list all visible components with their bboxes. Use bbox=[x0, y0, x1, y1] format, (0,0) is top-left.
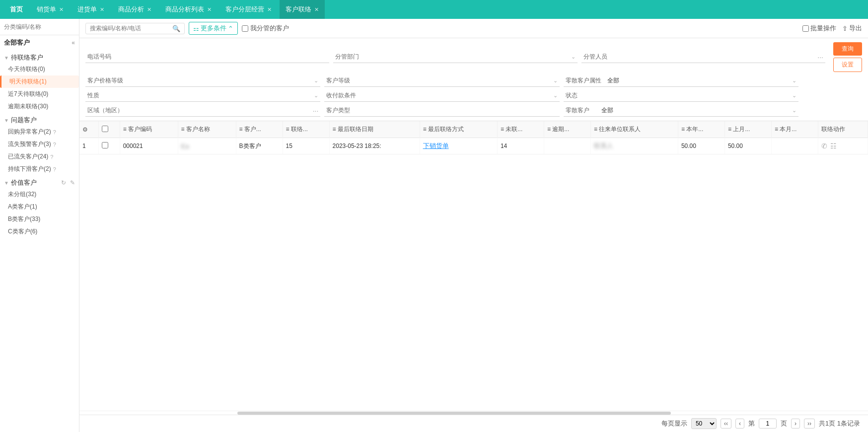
settings-button[interactable]: 设置 bbox=[833, 58, 862, 72]
close-goods-analysis-icon[interactable]: ✕ bbox=[147, 6, 151, 13]
value-edit-icon[interactable]: ✎ bbox=[70, 179, 75, 186]
filter-action-buttons: 查询 设置 bbox=[833, 42, 862, 72]
chevron-down-icon-6: ⌄ bbox=[553, 92, 558, 99]
filter-person[interactable]: 分管人员 ··· bbox=[581, 51, 825, 63]
filter-dept[interactable]: 分管部门 ⌄ bbox=[333, 51, 577, 63]
sidebar-item-abnormal[interactable]: 回购异常客户(2) ? bbox=[0, 126, 79, 138]
td-this-month bbox=[771, 138, 818, 154]
help-icon-3: ? bbox=[50, 154, 53, 160]
filter-status[interactable]: 状态 ⌄ bbox=[564, 90, 798, 102]
chevron-down-icon-3: ⌄ bbox=[553, 77, 558, 84]
sidebar-item-unclassified[interactable]: 未分组(32) bbox=[0, 188, 79, 201]
close-sales-icon[interactable]: ✕ bbox=[59, 6, 64, 13]
nav-goods-analysis[interactable]: 商品分析 ✕ bbox=[112, 0, 157, 19]
sidebar-item-lost[interactable]: 已流失客户(24) ? bbox=[0, 150, 79, 163]
sidebar-item-7days[interactable]: 近7天待联络(0) bbox=[0, 88, 79, 100]
grid-icon[interactable]: ☷ bbox=[830, 142, 837, 150]
filter-payment[interactable]: 收付款条件 ⌄ bbox=[324, 90, 559, 102]
th-last-month: ≡ 上月... bbox=[724, 121, 771, 138]
filter-customer-type[interactable]: 客户类型 bbox=[324, 105, 559, 117]
horizontal-scrollbar[interactable] bbox=[79, 411, 868, 415]
more-conditions-btn[interactable]: ⚏ 更多条件 ⌃ bbox=[189, 22, 238, 35]
export-btn[interactable]: ⇧ 导出 bbox=[842, 24, 862, 33]
arrow-icon-2: ▼ bbox=[4, 118, 9, 123]
dots-icon[interactable]: ··· bbox=[817, 53, 823, 61]
action-icons-area: ✆ ☷ bbox=[821, 142, 865, 150]
nav-customer-contact[interactable]: 客户联络 ✕ bbox=[280, 0, 325, 19]
chevron-up-icon: ⌃ bbox=[228, 25, 233, 32]
first-page-btn[interactable]: ‹‹ bbox=[721, 419, 731, 429]
nav-purchase[interactable]: 进货单 ✕ bbox=[72, 0, 110, 19]
page-input[interactable] bbox=[759, 419, 777, 429]
sidebar-item-class-c[interactable]: C类客户(6) bbox=[0, 225, 79, 238]
select-all-checkbox[interactable] bbox=[102, 126, 108, 132]
arrow-icon: ▼ bbox=[4, 55, 9, 61]
td-name: Ea bbox=[178, 138, 236, 154]
th-code: ≡ 客户编码 bbox=[120, 121, 178, 138]
filter-row-3: 性质 ⌄ 收付款条件 ⌄ 状态 ⌄ bbox=[85, 90, 862, 102]
sidebar-all-customers[interactable]: 全部客户 « bbox=[0, 35, 79, 50]
sidebar-group-value: ▼ 价值客户 ↻ ✎ bbox=[0, 175, 79, 188]
td-type: B类客户 bbox=[236, 138, 283, 154]
last-page-btn[interactable]: ›› bbox=[804, 419, 815, 429]
prev-page-btn[interactable]: ‹ bbox=[735, 419, 744, 429]
close-purchase-icon[interactable]: ✕ bbox=[100, 6, 104, 13]
filter-customer-level[interactable]: 客户等级 ⌄ bbox=[324, 75, 559, 87]
sidebar-item-overdue[interactable]: 逾期未联络(30) bbox=[0, 100, 79, 113]
filter-retail-customer[interactable]: 零散客户 全部 ⌄ bbox=[564, 105, 798, 117]
td-contact: 15 bbox=[283, 138, 329, 154]
customer-table: ⚙ ≡ 客户编码 ≡ 客户名称 ≡ 客户... ≡ 联络... ≡ 最后联络日期… bbox=[79, 121, 868, 154]
query-button[interactable]: 查询 bbox=[833, 42, 862, 56]
close-customer-contact-icon[interactable]: ✕ bbox=[314, 6, 319, 13]
arrow-icon-3: ▼ bbox=[4, 180, 9, 186]
th-this-month: ≡ 本月... bbox=[771, 121, 818, 138]
value-refresh-icon[interactable]: ↻ bbox=[61, 179, 66, 186]
td-checkbox bbox=[99, 138, 120, 154]
td-actions: ✆ ☷ bbox=[818, 138, 868, 154]
main-layout: 🔍 全部客户 « ▼ 待联络客户 今天待联络(0) 明天待联络(1) 近7天待联… bbox=[0, 19, 868, 432]
filter-retail-attr[interactable]: 零散客户属性 全部 ⌄ bbox=[564, 75, 798, 87]
filter-right-actions: 批量操作 ⇧ 导出 bbox=[802, 24, 862, 33]
sidebar-search-input[interactable] bbox=[4, 23, 78, 30]
table-row: 1 000021 Ea B类客户 15 2023-05-23 18:25: 下销… bbox=[79, 138, 868, 154]
sidebar-item-tomorrow[interactable]: 明天待联络(1) bbox=[0, 75, 79, 88]
main-search-icon[interactable]: 🔍 bbox=[172, 25, 180, 32]
chevron-down-icon-7: ⌄ bbox=[792, 92, 796, 99]
filter-phone: 电话号码 bbox=[85, 51, 329, 63]
th-settings[interactable]: ⚙ bbox=[79, 121, 99, 138]
sidebar-item-class-b[interactable]: B类客户(33) bbox=[0, 213, 79, 225]
sidebar-item-today[interactable]: 今天待联络(0) bbox=[0, 63, 79, 75]
sidebar-item-loss-warning[interactable]: 流失预警客户(3) ? bbox=[0, 138, 79, 150]
close-goods-list-icon[interactable]: ✕ bbox=[207, 6, 212, 13]
chevron-down-icon-4: ⌄ bbox=[792, 77, 796, 84]
my-customers-checkbox[interactable] bbox=[242, 25, 248, 32]
export-icon: ⇧ bbox=[842, 25, 848, 32]
sidebar-item-declining[interactable]: 持续下滑客户(2) ? bbox=[0, 163, 79, 175]
last-method-link[interactable]: 下销货单 bbox=[423, 142, 449, 149]
batch-op-checkbox[interactable] bbox=[802, 25, 809, 32]
td-last-date: 2023-05-23 18:25: bbox=[329, 138, 420, 154]
my-customers-checkbox-area: 我分管的客户 bbox=[242, 24, 289, 33]
main-search-input[interactable] bbox=[90, 25, 170, 32]
phone-icon[interactable]: ✆ bbox=[821, 142, 827, 150]
table-area: ⚙ ≡ 客户编码 ≡ 客户名称 ≡ 客户... ≡ 联络... ≡ 最后联络日期… bbox=[79, 121, 868, 411]
nav-sales[interactable]: 销货单 ✕ bbox=[31, 0, 70, 19]
advanced-filter: 电话号码 分管部门 ⌄ 分管人员 ··· 查询 设置 bbox=[79, 38, 868, 121]
next-page-btn[interactable]: › bbox=[791, 419, 800, 429]
collapse-icon: « bbox=[72, 39, 75, 46]
filter-row-4: 区域（地区） ··· 客户类型 零散客户 全部 ⌄ bbox=[85, 105, 862, 117]
close-customer-tier-icon[interactable]: ✕ bbox=[267, 6, 272, 13]
row-checkbox[interactable] bbox=[102, 142, 108, 148]
sidebar: 🔍 全部客户 « ▼ 待联络客户 今天待联络(0) 明天待联络(1) 近7天待联… bbox=[0, 19, 79, 432]
td-overdue bbox=[544, 138, 590, 154]
sidebar-item-class-a[interactable]: A类客户(1) bbox=[0, 201, 79, 213]
filter-price-level[interactable]: 客户价格等级 ⌄ bbox=[85, 75, 320, 87]
batch-op-btn[interactable]: 批量操作 bbox=[802, 24, 836, 33]
filter-nature[interactable]: 性质 ⌄ bbox=[85, 90, 320, 102]
nav-goods-list[interactable]: 商品分析列表 ✕ bbox=[159, 0, 217, 19]
nav-customer-tier[interactable]: 客户分层经营 ✕ bbox=[219, 0, 278, 19]
page-size-select[interactable]: 10 20 50 100 bbox=[691, 418, 717, 429]
filter-region[interactable]: 区域（地区） ··· bbox=[85, 105, 320, 117]
nav-home[interactable]: 首页 bbox=[4, 0, 29, 19]
dots-icon-2[interactable]: ··· bbox=[313, 107, 319, 115]
